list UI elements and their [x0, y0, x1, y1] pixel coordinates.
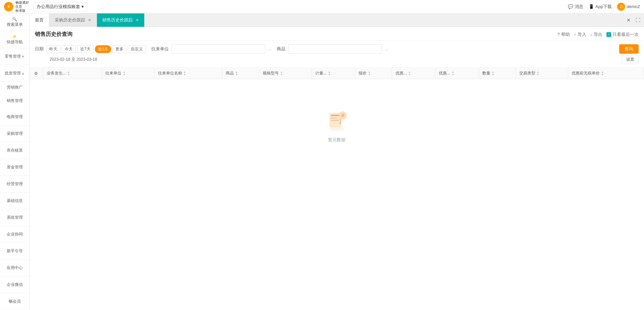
page-title: 销售历史价查询	[35, 31, 72, 38]
page-header: 销售历史价查询 ? 帮助 ↑ 导入 ↓ 导出 ✓	[30, 27, 644, 41]
col-unit-code[interactable]: 往来单位 ▲▼	[102, 68, 154, 79]
col-gear[interactable]: ⚙	[30, 68, 43, 79]
date-btn-more[interactable]: 更多	[112, 45, 126, 53]
sidebar-item-operations[interactable]: 经营管理	[0, 176, 29, 193]
sidebar-item-wechat[interactable]: 企业微信	[0, 276, 29, 293]
date-btn-custom[interactable]: 自定义	[128, 45, 146, 53]
sidebar-item-wholesale[interactable]: 批发管理 ▲	[0, 65, 29, 82]
sort-arrows-unit-code: ▲▼	[123, 71, 125, 76]
company-selector[interactable]: 办公用品行业模拟账套 ▾	[34, 2, 87, 11]
unit-filter-group: 往来单位 ...	[151, 44, 271, 54]
sidebar-item-sales[interactable]: 销售管理	[0, 95, 29, 109]
avatar: D	[617, 3, 625, 11]
date-btn-today[interactable]: 今天	[62, 45, 76, 53]
main-layout: 🔍 搜索菜单 ⚡ 快捷导航 零售管理 ▼ 批发管理 ▲ 营销推广 销售管理 电商…	[0, 13, 644, 310]
tab-sales-history[interactable]: 销售历史价跟踪 ✕	[97, 13, 145, 27]
chevron-up-icon: ▲	[21, 71, 25, 75]
unit-filter-input[interactable]	[171, 44, 265, 54]
tab-bar: 首页 采购历史价跟踪 ✕ 销售历史价跟踪 ✕ ✕ ⛶	[30, 13, 644, 27]
data-table: ⚙ 业务发生... ▲▼ 往来单位 ▲▼	[30, 68, 644, 79]
sort-arrows-discount1: ▲▼	[408, 71, 411, 76]
product-filter-label: 商品	[277, 46, 285, 52]
settings-button[interactable]: 设置	[622, 55, 639, 64]
sidebar-item-newbie[interactable]: 新手引导	[0, 243, 29, 260]
header-left: 6 畅捷通好生意 标准版 办公用品行业模拟账套 ▾	[4, 1, 87, 13]
sidebar-item-cooperation[interactable]: 企业协同	[0, 226, 29, 243]
sort-arrows-unit-measure: ▲▼	[328, 71, 331, 76]
empty-state: 暂元数据	[30, 79, 644, 170]
gear-icon[interactable]: ⚙	[34, 71, 38, 76]
col-pre-tax-price[interactable]: 优惠前无税单价 ▲▼	[568, 68, 644, 79]
sidebar-item-marketing[interactable]: 营销推广	[0, 82, 29, 95]
product-filter-input[interactable]	[288, 44, 382, 54]
user-menu[interactable]: D demo2	[617, 3, 640, 11]
sort-arrows-quantity: ▲▼	[492, 71, 494, 76]
sidebar-item-ecommerce[interactable]: 电商管理	[0, 109, 29, 125]
col-discount1[interactable]: 优惠... ▲▼	[392, 68, 435, 79]
empty-icon	[323, 106, 350, 133]
date-btn-7days[interactable]: 近7天	[77, 45, 94, 53]
sort-arrows-discount2: ▲▼	[451, 71, 454, 76]
sidebar-item-search[interactable]: 🔍 搜索菜单	[0, 13, 29, 31]
sidebar-item-member[interactable]: 畅会员	[0, 293, 29, 310]
sidebar-item-system[interactable]: 系统管理	[0, 209, 29, 226]
import-icon: ↑	[574, 32, 576, 37]
search-icon: 🔍	[12, 17, 17, 22]
col-unit-measure[interactable]: 计量... ▲▼	[312, 68, 355, 79]
tab-home[interactable]: 首页	[30, 13, 49, 27]
unit-ellipsis-btn[interactable]: ...	[268, 47, 271, 51]
app-download-button[interactable]: 📱 App下载	[589, 4, 612, 10]
quicknav-icon: ⚡	[12, 34, 17, 40]
date-filter-group: 日期 昨天 今天 近7天 近1月 更多 自定义	[35, 45, 146, 53]
sidebar-item-quicknav[interactable]: ⚡ 快捷导航	[0, 31, 29, 48]
sidebar-item-finance[interactable]: 资金管理	[0, 159, 29, 176]
sidebar-item-inventory[interactable]: 库存核算	[0, 142, 29, 159]
header-right: 💬 消息 📱 App下载 D demo2	[568, 3, 640, 11]
tab-close-purchase[interactable]: ✕	[88, 18, 91, 22]
import-button[interactable]: ↑ 导入	[574, 32, 586, 38]
only-last-checkbox[interactable]: ✓ 只看最后一次	[606, 32, 639, 38]
query-button[interactable]: 查询	[619, 44, 639, 54]
filter-bar: 日期 昨天 今天 近7天 近1月 更多 自定义	[30, 41, 644, 68]
col-quantity[interactable]: 数量 ▲▼	[479, 68, 516, 79]
help-button[interactable]: ? 帮助	[557, 32, 570, 38]
export-button[interactable]: ↓ 导出	[590, 32, 603, 38]
top-header: 6 畅捷通好生意 标准版 办公用品行业模拟账套 ▾ 💬 消息 📱 App下载 D…	[0, 0, 644, 13]
sort-arrows-spec: ▲▼	[280, 71, 283, 76]
chevron-down-icon: ▼	[21, 54, 25, 59]
date-btn-1month[interactable]: 近1月	[95, 45, 111, 53]
logo-icon: 6	[4, 2, 13, 11]
content-area: 首页 采购历史价跟踪 ✕ 销售历史价跟踪 ✕ ✕ ⛶ 销售历史价查询	[30, 13, 644, 310]
col-trade-type[interactable]: 交易类型 ▲▼	[516, 68, 568, 79]
col-spec[interactable]: 规格型号 ▲▼	[259, 68, 312, 79]
tab-maximize-button[interactable]: ⛶	[635, 17, 641, 23]
tab-controls: ✕ ⛶	[625, 17, 644, 23]
col-product[interactable]: 商品 ▲▼	[222, 68, 259, 79]
sidebar-item-appcenter[interactable]: 应用中心	[0, 260, 29, 276]
logo-area: 6 畅捷通好生意 标准版	[4, 1, 31, 13]
page-content: 销售历史价查询 ? 帮助 ↑ 导入 ↓ 导出 ✓	[30, 27, 644, 310]
tab-close-sales[interactable]: ✕	[136, 18, 139, 22]
date-options: 昨天 今天 近7天 近1月 更多 自定义	[46, 45, 146, 53]
sort-arrows-quote: ▲▼	[368, 71, 371, 76]
svg-rect-2	[331, 115, 340, 116]
message-button[interactable]: 💬 消息	[568, 4, 583, 10]
date-btn-yesterday[interactable]: 昨天	[46, 45, 60, 53]
sidebar-item-basicinfo[interactable]: 基础信息	[0, 193, 29, 209]
sidebar-item-retail[interactable]: 零售管理 ▼	[0, 48, 29, 65]
tab-purchase-history[interactable]: 采购历史价跟踪 ✕	[49, 13, 97, 27]
sort-arrows-product: ▲▼	[235, 71, 238, 76]
sidebar-item-purchase[interactable]: 采购管理	[0, 125, 29, 142]
col-business-date[interactable]: 业务发生... ▲▼	[43, 68, 102, 79]
logo-text: 畅捷通好生意 标准版	[15, 1, 31, 13]
date-filter-label: 日期	[35, 46, 44, 52]
col-discount2[interactable]: 优惠... ▲▼	[435, 68, 479, 79]
unit-filter-label: 往来单位	[151, 46, 169, 52]
col-unit-name[interactable]: 往来单位名称 ▲▼	[154, 68, 222, 79]
col-quote[interactable]: 报价 ▲▼	[355, 68, 392, 79]
checkbox-checked-icon: ✓	[606, 32, 611, 37]
product-ellipsis-btn[interactable]: ...	[385, 47, 388, 51]
tab-close-all-button[interactable]: ✕	[625, 17, 632, 23]
svg-rect-3	[331, 117, 337, 118]
date-range-display: 2023-02-18 至 2023-03-18	[50, 57, 97, 62]
